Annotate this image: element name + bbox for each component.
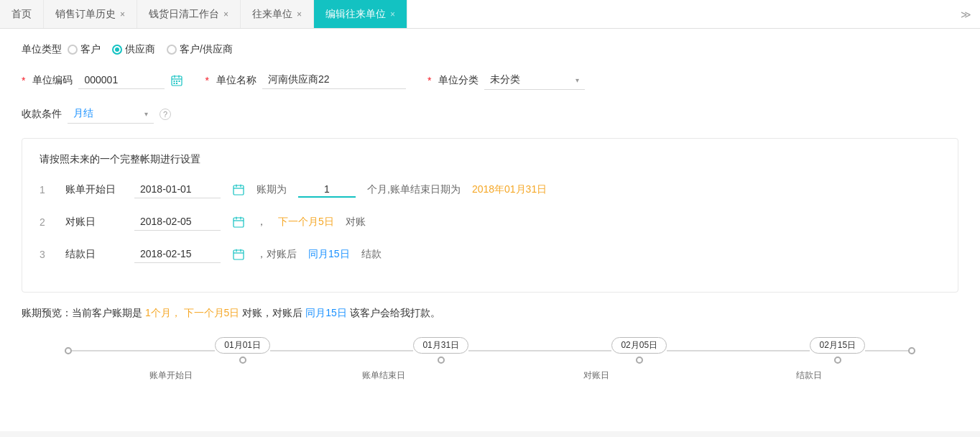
radio-both-label: 客户/供应商 [180,43,233,56]
period-row2-suffix: 对账 [346,216,366,229]
payment-select[interactable]: 月结 ▾ [68,104,154,124]
tab-sales-history-close[interactable]: × [120,9,125,19]
payment-label: 收款条件 [22,108,62,121]
svg-rect-6 [234,185,244,195]
period-box: 请按照未来的一个完整帐期进行设置 1 账单开始日 账期为 个月,账单结束日期为 … [22,138,958,293]
tl-seg-1 [270,350,413,351]
classify-chevron-down-icon: ▾ [575,76,579,84]
preview-mid2: 对账，对账后 [242,307,302,318]
expand-icon: ≫ [961,9,971,20]
radio-customer-label: 客户 [80,43,101,56]
payment-value: 月结 [73,107,93,120]
unit-name-star: * [205,75,208,86]
tl-label-3: 结款日 [780,369,838,382]
radio-customer-circle [68,45,78,55]
tab-cash-work-label: 钱货日清工作台 [149,8,219,21]
period-date-2[interactable] [134,213,221,231]
period-num-2: 2 [40,216,54,228]
period-months-label: 账期为 [256,183,287,196]
unit-code-group: * 单位编码 [22,71,183,89]
tab-sales-history[interactable]: 销售订单历史 × [44,0,137,28]
tab-edit-partner[interactable]: 编辑往来单位 × [314,0,407,28]
radio-both-circle [167,45,177,55]
tl-dot-2 [636,356,643,364]
period-label-3: 结款日 [65,248,123,261]
unit-name-input[interactable] [262,71,406,89]
preview-middle: 下一个月5日 [184,307,240,318]
timeline-left-end [65,347,72,354]
tl-badge-0: 01月01日 [215,337,270,354]
payment-chevron-down-icon: ▾ [144,110,148,118]
period-cal-2[interactable] [232,216,245,229]
period-date-3[interactable] [134,245,221,263]
period-num-3: 3 [40,249,54,260]
help-icon[interactable]: ? [160,109,171,120]
tl-badge-1: 01月31日 [413,337,468,354]
period-row3-prefix: ，对账后 [256,248,297,261]
period-date-1[interactable] [134,180,221,198]
period-cal-3[interactable] [232,248,245,261]
period-months-suffix: 个月,账单结束日期为 [367,183,461,196]
tl-label-0: 账单开始日 [142,369,200,382]
unit-code-input[interactable] [78,71,165,89]
radio-supplier-label: 供应商 [125,43,155,56]
unit-code-star: * [22,75,25,86]
period-row3-highlight: 同月15日 [308,248,350,261]
unit-classify-group: * 单位分类 未分类 ▾ [427,70,585,90]
period-cal-1[interactable] [232,183,245,196]
radio-supplier-circle [112,45,122,55]
svg-rect-3 [179,80,180,82]
period-row3-suffix: 结款 [361,248,382,261]
tl-seg-0 [72,350,215,351]
tl-dot-0 [239,356,246,364]
radio-both[interactable]: 客户/供应商 [167,43,233,56]
radio-supplier[interactable]: 供应商 [112,43,155,56]
tab-bar: 首页 销售订单历史 × 钱货日清工作台 × 往来单位 × 编辑往来单位 × ≫ [0,0,980,29]
radio-customer[interactable]: 客户 [68,43,101,56]
unit-type-radios: 客户 供应商 客户/供应商 [68,43,233,56]
unit-info-row: * 单位编码 * 单位名称 * [22,70,958,90]
period-row2-comma: ， [256,216,267,229]
tab-edit-partner-close[interactable]: × [390,9,395,19]
unit-classify-label: 单位分类 [438,74,479,87]
tab-home[interactable]: 首页 [0,0,44,28]
help-icon-label: ? [163,110,167,119]
tl-node-0: 01月01日 [215,337,270,364]
tab-partner[interactable]: 往来单位 × [241,0,314,28]
tl-badge-3: 02月15日 [810,337,865,354]
period-num-1: 1 [40,184,54,196]
unit-name-group: * 单位名称 [205,71,405,89]
tl-label-1: 账单结束日 [355,369,412,382]
payment-row: 收款条件 月结 ▾ ? [22,104,958,124]
svg-rect-4 [174,83,175,84]
tab-partner-label: 往来单位 [252,8,292,21]
period-row-2: 2 对账日 ， 下一个月5日 对账 [40,213,940,231]
tab-cash-work-close[interactable]: × [223,9,228,19]
unit-code-label: 单位编码 [32,74,73,87]
tl-label-2: 对账日 [568,369,625,382]
unit-code-icon[interactable] [170,74,183,87]
svg-rect-8 [234,250,244,259]
payment-group: 收款条件 月结 ▾ ? [22,104,171,124]
tab-expand-btn[interactable]: ≫ [952,0,980,28]
unit-classify-star: * [427,75,431,86]
tl-seg-end [865,350,908,351]
period-months-input[interactable] [298,182,356,198]
period-row-1: 1 账单开始日 账期为 个月,账单结束日期为 2018年01月31日 [40,180,940,198]
period-end-date: 2018年01月31日 [472,183,547,196]
tab-partner-close[interactable]: × [297,9,302,19]
svg-rect-7 [234,218,244,227]
period-row2-highlight: 下一个月5日 [278,216,334,229]
period-row-3: 3 结款日 ，对账后 同月15日 结款 [40,245,940,263]
tl-node-3: 02月15日 [810,337,865,364]
preview-highlight3: 同月15日 [305,307,347,318]
unit-type-label: 单位类型 [22,43,62,56]
timeline-labels: 账单开始日 账单结束日 对账日 结款日 [36,364,944,382]
tab-sales-history-label: 销售订单历史 [55,8,116,21]
tab-cash-work[interactable]: 钱货日清工作台 × [137,0,241,28]
preview-section: 账期预览：当前客户账期是 1个月， 下一个月5日 对账，对账后 同月15日 该客… [22,307,958,320]
unit-type-group: 单位类型 客户 供应商 客户/供应商 [22,43,233,56]
content-area: 单位类型 客户 供应商 客户/供应商 * 单位编码 [0,29,980,431]
unit-classify-value: 未分类 [490,73,520,86]
unit-classify-dropdown[interactable]: 未分类 ▾ [484,70,585,90]
